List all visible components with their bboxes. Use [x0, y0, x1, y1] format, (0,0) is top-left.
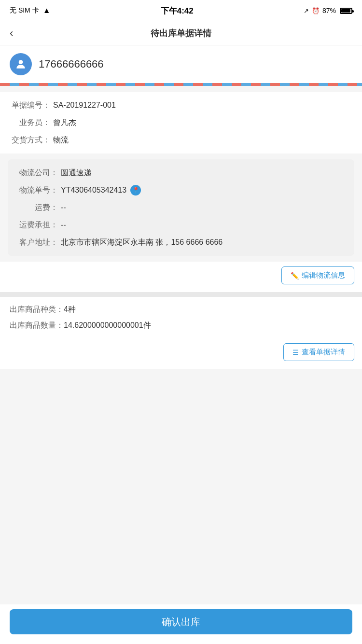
freight-value: -- [61, 202, 345, 213]
address-value: 北京市市辖区海淀区永丰南 张，156 6666 6666 [61, 237, 345, 248]
battery-percent: 87% [322, 7, 336, 14]
dashed-separator [0, 83, 362, 86]
nav-bar: ‹ 待出库单据详情 [0, 21, 362, 45]
status-right: ↗ ⏰ 87% [304, 7, 352, 14]
location-icon: ↗ [304, 7, 309, 14]
tracking-label: 物流单号： [17, 184, 61, 196]
logistics-section: 物流公司： 圆通速递 物流单号： YT43064053424​13 📍 运费： … [8, 159, 354, 256]
customer-header: 17666666666 [0, 45, 362, 83]
edit-button-label: 编辑物流信息 [302, 271, 345, 280]
logistics-company-value: 圆通速递 [61, 167, 345, 179]
freight-bearer-label: 运费承担： [17, 219, 61, 231]
goods-quantity-label: 出库商品数量： [10, 321, 64, 331]
battery-icon [340, 8, 352, 14]
order-number-label: 单据编号： [10, 99, 53, 111]
delivery-row: 交货方式： 物流 [10, 134, 352, 146]
goods-types-label: 出库商品种类： [10, 305, 64, 315]
staff-value: 曾凡杰 [53, 117, 352, 128]
wifi-icon: ▲ [43, 6, 51, 15]
view-detail-label: 查看单据详情 [302, 348, 345, 357]
section-separator [0, 292, 362, 297]
staff-label: 业务员： [10, 117, 53, 128]
tracking-number: YT43064053424​13 [61, 184, 126, 196]
view-detail-button[interactable]: ☰ 查看单据详情 [283, 343, 354, 361]
tracking-value: YT43064053424​13 📍 [61, 184, 345, 196]
freight-label: 运费： [17, 202, 61, 213]
logistics-company-label: 物流公司： [17, 167, 61, 179]
svg-point-0 [19, 60, 23, 64]
status-time: 下午4:42 [161, 5, 194, 16]
order-info-section: 单据编号： SA-20191227-001 业务员： 曾凡杰 交货方式： 物流 [0, 92, 362, 154]
view-detail-row: ☰ 查看单据详情 [0, 338, 362, 369]
goods-types-row: 出库商品种类： 4种 [10, 305, 352, 315]
confirm-button[interactable]: 确认出库 [10, 609, 352, 634]
customer-phone: 17666666666 [39, 58, 104, 70]
freight-bearer-row: 运费承担： -- [17, 219, 345, 231]
status-bar: 无 SIM 卡 ▲ 下午4:42 ↗ ⏰ 87% [0, 0, 362, 21]
status-carrier: 无 SIM 卡 ▲ [10, 6, 51, 15]
confirm-button-label: 确认出库 [162, 616, 200, 629]
logistics-company-row: 物流公司： 圆通速递 [17, 167, 345, 179]
staff-row: 业务员： 曾凡杰 [10, 117, 352, 128]
edit-icon: ✏️ [291, 272, 299, 280]
address-label: 客户地址： [17, 237, 61, 248]
goods-quantity-row: 出库商品数量： 14.6200000000000001件 [10, 321, 352, 331]
goods-types-value: 4种 [64, 305, 76, 315]
empty-space [0, 369, 362, 601]
order-number-value: SA-20191227-001 [53, 99, 352, 111]
page-title: 待出库单据详情 [151, 28, 211, 39]
freight-row: 运费： -- [17, 202, 345, 213]
detail-icon: ☰ [292, 349, 299, 356]
order-number-row: 单据编号： SA-20191227-001 [10, 99, 352, 111]
delivery-value: 物流 [53, 134, 352, 146]
bottom-bar: 确认出库 [0, 604, 362, 644]
address-row: 客户地址： 北京市市辖区海淀区永丰南 张，156 6666 6666 [17, 237, 345, 248]
delivery-label: 交货方式： [10, 134, 53, 146]
avatar [10, 53, 32, 75]
tracking-row: 物流单号： YT43064053424​13 📍 [17, 184, 345, 196]
edit-logistics-button[interactable]: ✏️ 编辑物流信息 [281, 266, 354, 284]
goods-quantity-value: 14.6200000000000001件 [64, 321, 151, 331]
edit-button-row: ✏️ 编辑物流信息 [0, 262, 362, 292]
tracking-location-icon[interactable]: 📍 [130, 185, 141, 196]
alarm-icon: ⏰ [312, 7, 320, 14]
goods-section: 出库商品种类： 4种 出库商品数量： 14.6200000000000001件 [0, 297, 362, 338]
carrier-text: 无 SIM 卡 [10, 6, 39, 15]
battery-fill [341, 9, 350, 13]
back-button[interactable]: ‹ [10, 27, 13, 40]
freight-bearer-value: -- [61, 219, 345, 231]
